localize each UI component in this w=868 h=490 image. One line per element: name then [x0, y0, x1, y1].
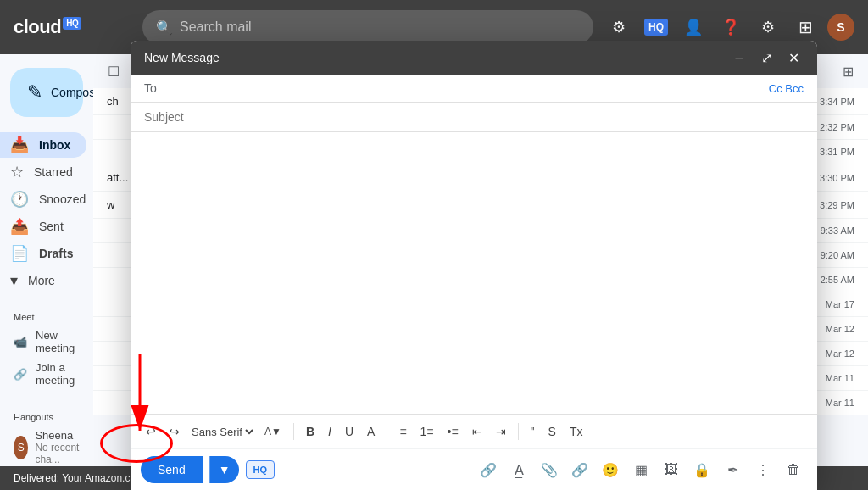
delete-draft-btn[interactable]: 🗑 — [780, 456, 807, 483]
logo: cloudHQ — [14, 16, 132, 38]
sidebar: ✎ Compose 📥 Inbox ☆ Starred 🕐 Snoozed 📤 … — [0, 54, 93, 490]
compose-plus-icon: ✎ — [27, 81, 42, 103]
logo-cloud: cloud — [14, 16, 61, 37]
email-time: Mar 12 — [826, 348, 854, 359]
drafts-icon: 📄 — [10, 244, 29, 263]
snoozed-label: Snoozed — [39, 192, 86, 206]
emoji-btn[interactable]: 🙂 — [597, 456, 624, 483]
avatar[interactable]: S — [827, 14, 854, 41]
meet-title: Meet — [10, 312, 83, 322]
snoozed-icon: 🕐 — [10, 190, 29, 209]
help-icon-btn[interactable]: ❓ — [715, 12, 746, 42]
compose-header-actions: – ⤢ ✕ — [729, 47, 804, 68]
email-time: 3:30 PM — [820, 173, 854, 183]
email-time: 3:34 PM — [820, 97, 854, 107]
italic-btn[interactable]: I — [323, 421, 337, 442]
cc-bcc-toggle[interactable]: Cc Bcc — [769, 82, 804, 95]
indent-less-btn[interactable]: ⇤ — [467, 421, 487, 442]
lock-btn[interactable]: 🔒 — [688, 456, 715, 483]
hangout-status: No recent cha... — [35, 442, 80, 465]
settings-icon-btn[interactable]: ⚙ — [753, 12, 783, 42]
contacts-icon-btn[interactable]: 👤 — [678, 12, 709, 42]
meet-section: Meet 📹 New meeting 🔗 Join a meeting — [0, 309, 93, 393]
strikethrough-btn[interactable]: S — [543, 421, 561, 442]
search-bar[interactable]: 🔍 — [142, 10, 593, 44]
email-time: 3:31 PM — [820, 147, 854, 157]
photo-btn[interactable]: 🖼 — [658, 456, 685, 483]
sidebar-item-starred[interactable]: ☆ Starred — [0, 159, 86, 185]
align-btn[interactable]: ≡ — [394, 421, 411, 442]
sent-label: Sent — [39, 220, 64, 233]
font-color-btn[interactable]: A — [362, 421, 380, 442]
email-time: 9:20 AM — [821, 250, 854, 260]
sidebar-item-inbox[interactable]: 📥 Inbox — [0, 132, 86, 158]
compose-bottom: Send ▼ HQ 🔗 A̲ 📎 🔗 🙂 ▦ 🖼 🔒 ✒ ⋮ 🗑 — [131, 448, 817, 490]
compose-modal: New Message – ⤢ ✕ To Cc Bcc ↩ ↪ Sans Ser… — [131, 41, 817, 490]
cloudhq-logo-icon: HQ — [253, 465, 268, 475]
sidebar-item-drafts[interactable]: 📄 Drafts — [0, 241, 86, 266]
inbox-label: Inbox — [39, 138, 70, 152]
view-options-btn[interactable]: ⊞ — [834, 58, 861, 85]
email-time: Mar 11 — [826, 373, 854, 383]
insert-link-btn[interactable]: 🔗 — [566, 456, 593, 483]
drafts-label: Drafts — [39, 247, 73, 260]
email-time: 9:33 AM — [821, 226, 854, 236]
select-all-btn[interactable]: ☐ — [100, 58, 127, 85]
send-button[interactable]: Send — [141, 456, 203, 483]
sidebar-item-more[interactable]: ▾ More — [0, 268, 86, 293]
attach-link-btn[interactable]: 🔗 — [475, 456, 502, 483]
font-family-select[interactable]: Sans Serif — [188, 425, 256, 439]
remove-format-btn[interactable]: Tx — [565, 421, 588, 442]
meet-new-meeting[interactable]: 📹 New meeting — [10, 326, 83, 358]
redo-btn[interactable]: ↪ — [164, 421, 185, 442]
send-options-button[interactable]: ▼ — [209, 456, 239, 483]
undo-btn[interactable]: ↩ — [141, 421, 161, 442]
sidebar-item-sent[interactable]: 📤 Sent — [0, 214, 86, 239]
font-size-btn[interactable]: A▼ — [259, 422, 287, 441]
filter-icon-btn[interactable]: ⚙ — [604, 12, 634, 42]
more-options-btn[interactable]: ⋮ — [749, 456, 776, 483]
join-meeting-icon: 🔗 — [14, 368, 27, 381]
attach-underline-btn[interactable]: A̲ — [505, 456, 532, 483]
compose-body — [131, 132, 817, 414]
cloud-hq-icon-btn[interactable]: HQ — [641, 12, 671, 42]
meet-join-meeting[interactable]: 🔗 Join a meeting — [10, 358, 83, 390]
ordered-list-btn[interactable]: 1≡ — [415, 421, 439, 442]
sidebar-item-snoozed[interactable]: 🕐 Snoozed — [0, 187, 86, 212]
top-icons: ⚙ HQ 👤 ❓ ⚙ ⊞ S — [604, 12, 854, 42]
subject-input[interactable] — [144, 110, 804, 124]
hangout-user-sheena[interactable]: S Sheena No recent cha... — [10, 426, 83, 469]
to-input[interactable] — [178, 81, 769, 95]
bullet-list-btn[interactable]: •≡ — [442, 421, 464, 442]
cloudhq-badge[interactable]: HQ — [246, 460, 275, 479]
compose-bottom-icons: 🔗 A̲ 📎 🔗 🙂 ▦ 🖼 🔒 ✒ ⋮ 🗑 — [475, 456, 807, 483]
sent-icon: 📤 — [10, 217, 29, 236]
compose-to-row: To Cc Bcc — [131, 75, 817, 103]
fullscreen-button[interactable]: ⤢ — [756, 47, 776, 68]
email-time: 2:32 PM — [820, 122, 854, 132]
hangout-avatar: S — [14, 436, 28, 459]
inbox-icon: 📥 — [10, 136, 29, 154]
indent-more-btn[interactable]: ⇥ — [491, 421, 511, 442]
attach-file-btn[interactable]: 📎 — [536, 456, 563, 483]
underline-btn[interactable]: U — [340, 421, 359, 442]
quote-btn[interactable]: " — [526, 421, 540, 442]
body-input[interactable] — [144, 139, 804, 407]
apps-icon-btn[interactable]: ⊞ — [790, 12, 821, 42]
drive-btn[interactable]: ▦ — [627, 456, 654, 483]
signature-btn[interactable]: ✒ — [719, 456, 746, 483]
new-meeting-label: New meeting — [36, 329, 80, 354]
more-icon: ▾ — [10, 271, 18, 290]
compose-window-title: New Message — [144, 51, 220, 64]
more-label: More — [28, 274, 55, 287]
compose-button[interactable]: ✎ Compose — [10, 68, 83, 117]
search-input[interactable] — [180, 19, 580, 35]
minimize-button[interactable]: – — [729, 47, 749, 68]
hangout-user-info: Sheena No recent cha... — [35, 429, 80, 465]
logo-hq: HQ — [63, 17, 81, 30]
bold-btn[interactable]: B — [301, 421, 320, 442]
email-time: Mar 17 — [826, 299, 854, 309]
hangouts-title: Hangouts — [10, 412, 83, 422]
close-button[interactable]: ✕ — [783, 47, 804, 68]
email-time: Mar 11 — [826, 398, 854, 408]
